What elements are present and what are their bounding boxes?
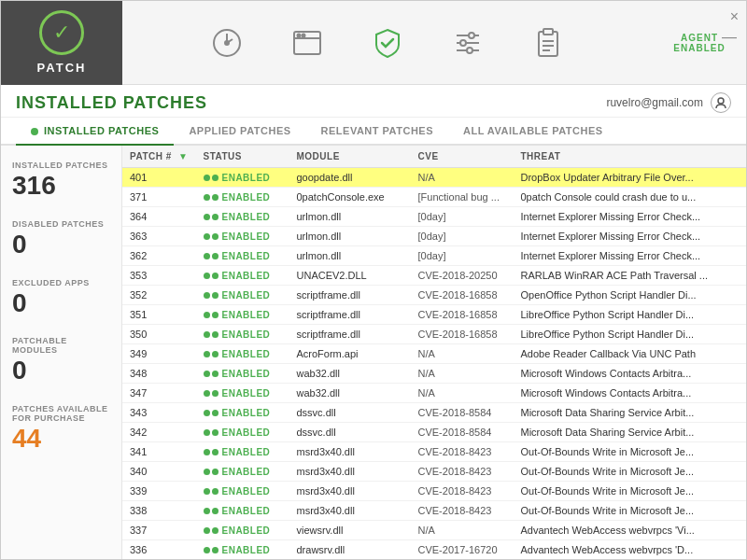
- cell-status: ENABLED: [196, 384, 289, 403]
- tab-relevant-patches[interactable]: RELEVANT PATCHES: [306, 118, 448, 146]
- cell-module: AcroForm.api: [289, 344, 411, 364]
- cell-module: scriptframe.dll: [289, 305, 411, 325]
- logo-circle: ✓: [39, 10, 84, 55]
- cell-patch-num: 352: [122, 286, 196, 305]
- cell-cve: CVE-2018-8584: [411, 403, 514, 423]
- table-row[interactable]: 338ENABLEDmsrd3x40.dllCVE-2018-8423Out-O…: [122, 501, 746, 521]
- page-header: INSTALLED PATCHES ruvelro@gmail.com: [1, 85, 746, 118]
- close-button[interactable]: ×: [730, 8, 739, 25]
- cell-module: goopdate.dll: [289, 168, 411, 188]
- table-row[interactable]: 363ENABLEDurlmon.dll[0day]Internet Explo…: [122, 227, 746, 246]
- cell-threat: Microsoft Data Sharing Service Arbit...: [514, 403, 747, 423]
- cell-patch-num: 338: [122, 501, 196, 521]
- app-container: ✓ PATCH: [0, 0, 747, 560]
- table-row[interactable]: 353ENABLEDUNACEV2.DLLCVE-2018-20250RARLA…: [122, 266, 746, 286]
- table-row[interactable]: 362ENABLEDurlmon.dll[0day]Internet Explo…: [122, 246, 746, 266]
- tab-all-patches[interactable]: ALL AVAILABLE PATCHES: [448, 118, 618, 146]
- cell-status: ENABLED: [196, 364, 289, 384]
- cell-patch-num: 350: [122, 325, 196, 344]
- cell-cve: [0day]: [411, 227, 514, 246]
- cell-status: ENABLED: [196, 207, 289, 227]
- cell-status: ENABLED: [196, 266, 289, 286]
- nav-sliders[interactable]: [451, 26, 485, 60]
- cell-threat: Microsoft Windows Contacts Arbitra...: [514, 364, 747, 384]
- cell-threat: 0patch Console could crash due to u...: [514, 188, 747, 207]
- user-icon[interactable]: [711, 92, 731, 113]
- cell-module: urlmon.dll: [289, 207, 411, 227]
- tab-installed-patches[interactable]: INSTALLED PATCHES: [16, 118, 174, 146]
- stat-patchable-label: PATCHABLE MODULES: [12, 336, 110, 355]
- cell-cve: CVE-2018-20250: [411, 266, 514, 286]
- col-header-threat: THREAT: [514, 146, 747, 168]
- cell-status: ENABLED: [196, 305, 289, 325]
- cell-patch-num: 364: [122, 207, 196, 227]
- stat-purchase-value: 44: [12, 425, 110, 454]
- cell-cve: N/A: [411, 384, 514, 403]
- table-row[interactable]: 342ENABLEDdssvc.dllCVE-2018-8584Microsof…: [122, 423, 746, 442]
- table-row[interactable]: 364ENABLEDurlmon.dll[0day]Internet Explo…: [122, 207, 746, 227]
- table-row[interactable]: 347ENABLEDwab32.dllN/AMicrosoft Windows …: [122, 384, 746, 403]
- stat-excluded: EXCLUDED APPS 0: [12, 278, 110, 318]
- cell-module: urlmon.dll: [289, 227, 411, 246]
- stat-purchase: PATCHES AVAILABLE FOR PURCHASE 44: [12, 404, 110, 454]
- minimize-button[interactable]: —: [722, 29, 737, 46]
- nav-clipboard[interactable]: [531, 26, 565, 60]
- table-row[interactable]: 350ENABLEDscriptframe.dllCVE-2018-16858L…: [122, 325, 746, 344]
- cell-threat: Internet Explorer Missing Error Check...: [514, 246, 747, 266]
- cell-status: ENABLED: [196, 168, 289, 188]
- table-row[interactable]: 336ENABLEDdrawsrv.dllCVE-2017-16720Advan…: [122, 540, 746, 560]
- table-row[interactable]: 343ENABLEDdssvc.dllCVE-2018-8584Microsof…: [122, 403, 746, 423]
- cell-cve: CVE-2018-16858: [411, 286, 514, 305]
- table-row[interactable]: 341ENABLEDmsrd3x40.dllCVE-2018-8423Out-O…: [122, 442, 746, 462]
- cell-cve: CVE-2018-8423: [411, 501, 514, 521]
- cell-module: scriptframe.dll: [289, 325, 411, 344]
- cell-patch-num: 337: [122, 521, 196, 540]
- table-row[interactable]: 337ENABLEDviewsrv.dllN/AAdvantech WebAcc…: [122, 521, 746, 540]
- cell-threat: RARLAB WinRAR ACE Path Traversal ...: [514, 266, 747, 286]
- table-row[interactable]: 351ENABLEDscriptframe.dllCVE-2018-16858L…: [122, 305, 746, 325]
- table-row[interactable]: 348ENABLEDwab32.dllN/AMicrosoft Windows …: [122, 364, 746, 384]
- cell-patch-num: 343: [122, 403, 196, 423]
- cell-threat: Out-Of-Bounds Write in Microsoft Je...: [514, 462, 747, 482]
- stat-installed-label: INSTALLED PATCHES: [12, 161, 110, 170]
- table-row[interactable]: 339ENABLEDmsrd3x40.dllCVE-2018-8423Out-O…: [122, 482, 746, 501]
- table-row[interactable]: 401ENABLEDgoopdate.dllN/ADropBox Updater…: [122, 168, 746, 188]
- stat-excluded-label: EXCLUDED APPS: [12, 278, 110, 287]
- cell-patch-num: 336: [122, 540, 196, 560]
- table-row[interactable]: 349ENABLEDAcroForm.apiN/AAdobe Reader Ca…: [122, 344, 746, 364]
- sort-arrow-icon: ▼: [178, 151, 188, 161]
- cell-threat: Adobe Reader Callback Via UNC Path: [514, 344, 747, 364]
- tab-applied-patches[interactable]: APPLIED PATCHES: [174, 118, 305, 146]
- cell-patch-num: 362: [122, 246, 196, 266]
- table-row[interactable]: 371ENABLED0patchConsole.exe[Functional b…: [122, 188, 746, 207]
- cell-threat: Internet Explorer Missing Error Check...: [514, 207, 747, 227]
- logo-checkmark-icon: ✓: [53, 21, 70, 45]
- cell-status: ENABLED: [196, 482, 289, 501]
- cell-threat: Microsoft Windows Contacts Arbitra...: [514, 384, 747, 403]
- cell-module: 0patchConsole.exe: [289, 188, 411, 207]
- cell-cve: N/A: [411, 521, 514, 540]
- cell-module: drawsrv.dll: [289, 540, 411, 560]
- nav-dashboard[interactable]: [210, 26, 244, 60]
- cell-patch-num: 353: [122, 266, 196, 286]
- cell-cve: [Functional bug ...: [411, 188, 514, 207]
- nav-shield[interactable]: [371, 26, 404, 60]
- nav-browser[interactable]: [290, 26, 324, 60]
- table-wrapper[interactable]: PATCH # ▼ STATUS MODULE CVE THREAT 401EN…: [122, 146, 746, 559]
- table-row[interactable]: 340ENABLEDmsrd3x40.dllCVE-2018-8423Out-O…: [122, 462, 746, 482]
- col-header-status: STATUS: [196, 146, 289, 168]
- stat-disabled-label: DISABLED PATCHES: [12, 219, 110, 229]
- cell-cve: [0day]: [411, 246, 514, 266]
- cell-module: msrd3x40.dll: [289, 501, 411, 521]
- page-title: INSTALLED PATCHES: [16, 93, 207, 113]
- cell-threat: Out-Of-Bounds Write in Microsoft Je...: [514, 501, 747, 521]
- cell-cve: CVE-2018-8584: [411, 423, 514, 442]
- cell-cve: CVE-2018-16858: [411, 325, 514, 344]
- cell-cve: N/A: [411, 344, 514, 364]
- cell-module: wab32.dll: [289, 364, 411, 384]
- tabs-bar: INSTALLED PATCHES APPLIED PATCHES RELEVA…: [1, 118, 746, 146]
- app-name-label: PATCH: [37, 61, 87, 75]
- cell-threat: Out-Of-Bounds Write in Microsoft Je...: [514, 442, 747, 462]
- cell-patch-num: 351: [122, 305, 196, 325]
- table-row[interactable]: 352ENABLEDscriptframe.dllCVE-2018-16858O…: [122, 286, 746, 305]
